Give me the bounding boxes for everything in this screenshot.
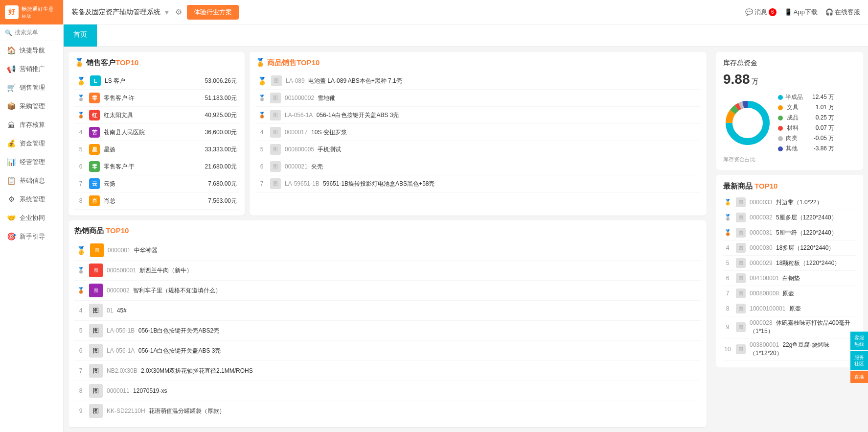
ranking-item: 🥉 红 红太阳文具 40,925.00元 <box>74 107 239 124</box>
inventory-icon: 🏛 <box>7 121 16 129</box>
newest-name: 0000030 18多层（1220*2440） <box>750 244 856 252</box>
newest-item: 5 图 0000029 18颗粒板（1220*2440） <box>723 256 856 271</box>
sidebar-item-basic[interactable]: 📋 基础信息 <box>0 171 63 190</box>
hot-item: 5 图 LA-056-1B 056-1B白色按键开关壳ABS2壳 <box>74 321 701 341</box>
ranking-item: 8 肖 肖总 7,563.00元 <box>74 192 239 210</box>
legend-dot <box>778 136 783 141</box>
rank-num-6: 6 <box>76 163 85 170</box>
sidebar-item-quick-nav[interactable]: 🏠 快捷导航 <box>0 41 63 60</box>
legend-dot <box>778 146 783 151</box>
newest-product-img: 图 <box>736 197 746 207</box>
app-download-btn[interactable]: 📱 App下载 <box>784 8 818 17</box>
rank-amount-2: 51,183.00元 <box>205 94 237 102</box>
rank-amount-1: 53,006.26元 <box>205 77 237 85</box>
rank-num-8: 8 <box>76 197 85 204</box>
finance-icon: 💰 <box>7 139 16 148</box>
newest-products-list: 🥇 图 0000033 封边带（1.0*22） 🥈 图 0000032 5厘多层… <box>723 195 856 360</box>
rank-name-4: 苍南县人民医院 <box>104 128 201 137</box>
dropdown-icon[interactable]: ▼ <box>163 8 170 16</box>
legend-label: 肉类 <box>786 134 810 143</box>
tab-home[interactable]: 首页 <box>64 24 97 47</box>
main-scroll: 🏅 销售客户TOP10 🥇 L LS 客户 53,006.26元 <box>64 47 711 432</box>
newest-product-img: 图 <box>736 322 746 332</box>
newest-product-img: 图 <box>736 228 746 238</box>
legend-item-4: 肉类 -0.05 万 <box>778 134 834 143</box>
sidebar-item-purchase[interactable]: 📦 采购管理 <box>0 97 63 116</box>
rank-amount-5: 33,333.00元 <box>205 145 237 154</box>
ranking-item: 6 零 零售客户·于 21,680.00元 <box>74 158 239 175</box>
newest-product-img: 图 <box>736 213 746 222</box>
sales-ranking-title: 🏅 销售客户TOP10 <box>74 58 239 68</box>
rank-badge-5: 星 <box>89 144 100 155</box>
sidebar-item-inventory[interactable]: 🏛 库存核算 <box>0 116 63 134</box>
ranking-item: 4 苦 苍南县人民医院 36,600.00元 <box>74 124 239 141</box>
rank-badge-3: 红 <box>89 110 100 120</box>
rank-num-7: 7 <box>76 180 85 187</box>
online-service-btn[interactable]: 🎧 在线客服 <box>825 8 860 17</box>
rank-amount-3: 40,925.00元 <box>205 111 237 120</box>
legend-label: 文具 <box>787 103 811 112</box>
sidebar-item-system[interactable]: ⚙ 系统管理 <box>0 190 63 209</box>
product-img: 图 <box>271 75 282 86</box>
newest-name: 004100001 白钢垫 <box>750 274 856 283</box>
legend-val: 1.01 万 <box>816 103 835 112</box>
content-body: 🏅 销售客户TOP10 🥇 L LS 客户 53,006.26元 <box>64 47 868 432</box>
product-img: 图 <box>270 110 281 120</box>
service-hotline-btn[interactable]: 客服热线 <box>850 332 868 350</box>
sidebar-item-sales[interactable]: 🛒 销售管理 <box>0 78 63 97</box>
rank-name: 001000002 雪地靴 <box>285 94 699 102</box>
sidebar-item-operation[interactable]: 📊 经营管理 <box>0 153 63 171</box>
sales-ranking-card: 🏅 销售客户TOP10 🥇 L LS 客户 53,006.26元 <box>69 52 245 216</box>
newest-name: 10000100001 原壶 <box>750 305 856 313</box>
nav-tabs: 首页 <box>64 24 868 47</box>
rank-badge-8: 肖 <box>89 195 100 206</box>
sidebar-item-marketing[interactable]: 📢 营销推广 <box>0 60 63 78</box>
newest-item: 10 图 003800001 22g鱼豆腐·烧烤味（1*12*20） <box>723 338 856 360</box>
hot-product-img: 图 <box>89 284 103 297</box>
product-img: 图 <box>270 93 281 103</box>
rank-name: LA-089 电池盖 LA-089 ABS本色+黑种 7.1壳 <box>286 77 699 85</box>
product-img: 图 <box>270 161 281 172</box>
sidebar-item-finance[interactable]: 💰 资金管理 <box>0 134 63 153</box>
trial-button[interactable]: 体验行业方案 <box>187 5 239 20</box>
newest-products-title: 最新商品 TOP10 <box>723 182 856 191</box>
legend-dot <box>778 116 783 120</box>
search-menu[interactable]: 🔍 搜索菜单 <box>0 24 63 41</box>
rank-amount-6: 21,680.00元 <box>205 163 237 171</box>
newest-product-img: 图 <box>736 288 746 298</box>
live-btn[interactable]: 直播 <box>850 371 868 383</box>
legend-val: -3.86 万 <box>814 144 835 153</box>
rank-name-1: LS 客户 <box>105 77 201 85</box>
top-row: 🏅 销售客户TOP10 🥇 L LS 客户 53,006.26元 <box>69 52 707 216</box>
product-img: 图 <box>270 178 281 189</box>
basic-icon: 📋 <box>7 176 16 185</box>
ranking-item: 🥇 L LS 客户 53,006.26元 <box>74 72 239 90</box>
newest-name: 0000033 封边带（1.0*22） <box>750 198 856 207</box>
legend-label: 半成品 <box>785 93 810 101</box>
right-panel: 库存总资金 9.88 万 <box>711 47 868 432</box>
sales-icon: 🛒 <box>7 83 16 92</box>
newest-name: 000800008 原壶 <box>750 289 856 298</box>
topbar: 装备及固定资产辅助管理系统 ▼ ⚙ 体验行业方案 💬 消息 6 📱 App下载 … <box>64 0 868 24</box>
newest-product-img: 图 <box>736 344 746 354</box>
sidebar-item-company[interactable]: 🤝 企业协同 <box>0 209 63 227</box>
newest-product-img: 图 <box>736 304 746 313</box>
newest-item: 6 图 004100001 白钢垫 <box>723 271 856 286</box>
legend-val: -0.05 万 <box>814 134 835 143</box>
rank-num-3: 🥉 <box>76 112 85 119</box>
logo-icon: 好 <box>5 5 19 19</box>
sidebar-item-guide[interactable]: 🎯 新手引导 <box>0 227 63 246</box>
newest-products-card: 最新商品 TOP10 🥇 图 0000033 封边带（1.0*22） 🥈 图 <box>716 175 863 367</box>
hot-item: 🥈 图 000500001 新西兰牛肉（新牛） <box>74 261 701 281</box>
legend-label: 材料 <box>787 124 811 132</box>
hot-product-img: 图 <box>89 344 103 358</box>
hot-product-img: 图 <box>89 364 103 378</box>
legend-val: 0.07 万 <box>816 124 835 132</box>
rank-name: 0000021 夹壳 <box>285 163 699 171</box>
rank-badge-1: L <box>90 75 101 86</box>
message-btn[interactable]: 💬 消息 6 <box>745 8 777 17</box>
legend-item-1: 文具 1.01 万 <box>778 103 834 112</box>
settings-icon[interactable]: ⚙ <box>175 7 182 17</box>
service-community-btn[interactable]: 服务社区 <box>850 351 868 370</box>
rank-name-7: 云扬 <box>104 180 204 188</box>
